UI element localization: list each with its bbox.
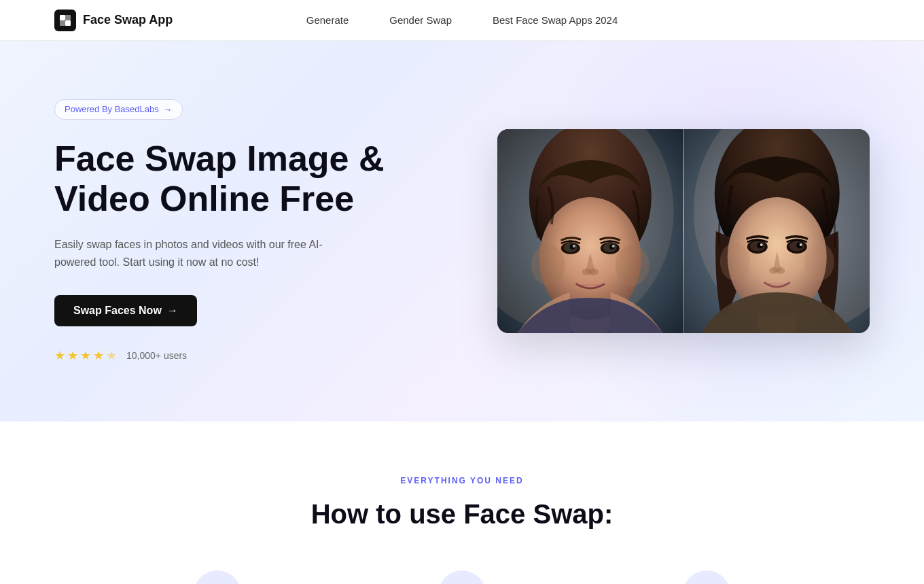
navbar: Face Swap App Generate Gender Swap Best … — [0, 0, 924, 41]
users-count: 10,000+ users — [126, 350, 187, 361]
step-1: 1. — [122, 570, 313, 584]
svg-point-26 — [719, 243, 749, 281]
section-title: How to use Face Swap: — [54, 499, 870, 530]
powered-badge[interactable]: Powered By BasedLabs → — [54, 99, 183, 120]
hero-title-line1: Face Swap Image & — [54, 139, 385, 178]
hero-subtitle: Easily swap faces in photos and videos w… — [54, 236, 353, 271]
hero-title-line2: Video Online Free — [54, 179, 354, 218]
powered-badge-text: Powered By BasedLabs — [65, 104, 159, 114]
powered-badge-arrow: → — [163, 104, 173, 115]
how-to-section: EVERYTHING YOU NEED How to use Face Swap… — [0, 422, 924, 584]
svg-point-35 — [799, 243, 802, 246]
svg-rect-0 — [60, 15, 65, 20]
section-label: EVERYTHING YOU NEED — [54, 476, 870, 485]
nav-gender-swap[interactable]: Gender Swap — [389, 14, 452, 26]
social-proof: ★ ★ ★ ★ ★ 10,000+ users — [54, 348, 394, 363]
svg-point-27 — [804, 243, 834, 281]
nav-best-apps[interactable]: Best Face Swap Apps 2024 — [493, 14, 618, 26]
star-4: ★ — [93, 348, 104, 363]
cta-label: Swap Faces Now — [73, 305, 162, 317]
hero-title: Face Swap Image & Video Online Free — [54, 139, 394, 220]
svg-point-10 — [616, 245, 650, 286]
star-5: ★ — [106, 348, 117, 363]
star-rating: ★ ★ ★ ★ ★ — [54, 348, 117, 363]
step-3-circle: 3. — [683, 570, 730, 584]
nav-links: Generate Gender Swap Best Face Swap Apps… — [306, 14, 618, 26]
step-3: 3. — [611, 570, 802, 584]
face-swapped — [683, 129, 870, 333]
step-1-circle: 1. — [194, 570, 241, 584]
steps-container: 1. 2. 3. — [54, 570, 870, 584]
logo-link[interactable]: Face Swap App — [54, 10, 173, 31]
svg-point-14 — [573, 245, 575, 247]
logo-text: Face Swap App — [83, 13, 173, 27]
cta-button[interactable]: Swap Faces Now → — [54, 295, 197, 326]
svg-point-31 — [760, 243, 762, 246]
hero-right-image — [394, 129, 870, 333]
nav-generate[interactable]: Generate — [306, 14, 349, 26]
hero-section: Powered By BasedLabs → Face Swap Image &… — [0, 41, 924, 422]
svg-rect-2 — [65, 15, 71, 20]
svg-point-20 — [589, 269, 599, 275]
svg-point-9 — [531, 245, 565, 286]
cta-arrow-icon: → — [167, 305, 178, 317]
svg-point-18 — [612, 245, 615, 247]
logo-icon — [54, 10, 76, 31]
svg-point-37 — [776, 267, 785, 274]
svg-rect-1 — [65, 20, 71, 26]
face-swap-preview — [497, 129, 870, 333]
step-2: 2. — [367, 570, 557, 584]
star-3: ★ — [80, 348, 91, 363]
step-2-circle: 2. — [438, 570, 486, 584]
hero-left-content: Powered By BasedLabs → Face Swap Image &… — [54, 99, 394, 364]
face-original — [497, 129, 683, 333]
svg-rect-3 — [60, 20, 65, 26]
star-2: ★ — [67, 348, 78, 363]
star-1: ★ — [54, 348, 65, 363]
